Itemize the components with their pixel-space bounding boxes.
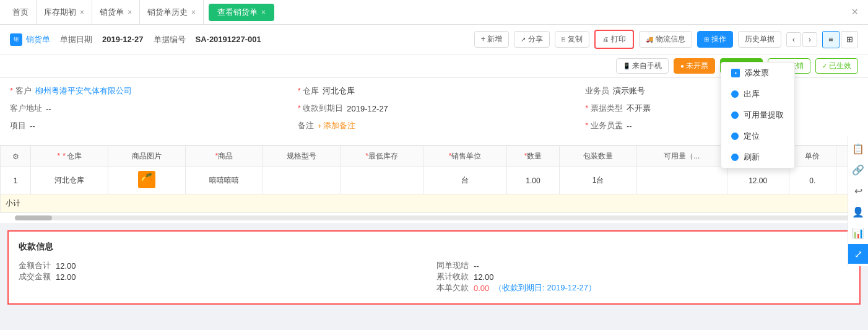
settings-icon[interactable]: ⚙ xyxy=(12,152,19,161)
window-close-button[interactable]: × xyxy=(846,6,863,19)
row-img xyxy=(108,167,186,194)
warehouse-label: 仓库 xyxy=(298,85,319,97)
outbound-icon xyxy=(731,90,739,98)
tab-sales-history[interactable]: 销货单历史 × xyxy=(140,0,204,25)
date-value: 2019-12-27 xyxy=(102,35,144,44)
copy-button[interactable]: ⎘ 复制 xyxy=(555,31,589,48)
doc-type-icon: 销 xyxy=(10,33,22,46)
add-invoice-icon: ▪ xyxy=(731,69,740,77)
navigation-arrows: ‹ › xyxy=(786,32,817,47)
col-warehouse: *仓库 xyxy=(31,146,108,167)
sidebar-link-icon[interactable]: 🔗 xyxy=(848,160,868,180)
col-available: 可用量（... xyxy=(637,146,727,167)
no-label: 单据编号 xyxy=(154,34,186,45)
date-label: 单据日期 xyxy=(60,34,92,45)
add-note-button[interactable]: 添加备注 xyxy=(318,120,356,131)
deal-value: 12.00 xyxy=(56,272,76,282)
sidebar-user-icon[interactable]: 👤 xyxy=(848,202,868,222)
next-button[interactable]: › xyxy=(802,32,817,47)
address-label: 客户地址 xyxy=(10,103,42,114)
payment-row-accumulated: 累计收款 12.00 xyxy=(436,271,849,282)
logistics-button[interactable]: 🚚 物流信息 xyxy=(639,31,692,48)
payment-title: 收款信息 xyxy=(19,241,849,253)
horizontal-scrollbar[interactable] xyxy=(15,215,853,220)
effect-status[interactable]: ✓ 已生效 xyxy=(815,58,858,74)
locate-label: 定位 xyxy=(744,131,760,142)
document-toolbar: + 新增 ↗ 分享 ⎘ 复制 🖨 打印 🚚 物流信息 ⊞ xyxy=(474,30,858,49)
accumulated-value: 12.00 xyxy=(474,272,494,282)
outbound-label: 出库 xyxy=(744,89,760,100)
address-field: 客户地址 -- xyxy=(10,103,283,114)
scroll-thumb[interactable] xyxy=(15,215,52,220)
customer-field: 客户 柳州粤港平安气体有限公司 xyxy=(10,85,283,97)
payment-container: 收款信息 金额合计 12.00 成交金额 12.00 xyxy=(0,223,868,312)
same-settle-label: 同单现结 xyxy=(436,260,469,271)
prev-button[interactable]: ‹ xyxy=(786,32,801,47)
row-product: 嘻嘻嘻嘻 xyxy=(185,167,263,194)
sidebar-return-icon[interactable]: ↩ xyxy=(848,181,868,201)
document-header: 销 销货单 单据日期 2019-12-27 单据编号 SA-20191227-0… xyxy=(0,25,868,54)
payment-section: 收款信息 金额合计 12.00 成交金额 12.00 xyxy=(7,230,861,305)
col-product: *商品 xyxy=(185,146,263,167)
right-sidebar: 📋 🔗 ↩ 👤 📊 ⤢ xyxy=(848,136,868,266)
table-row: 1 河北仓库 嘻嘻嘻嘻 台 1.00 1台 12.00 0. xyxy=(1,167,868,194)
document-meta: 单据日期 2019-12-27 单据编号 SA-20191227-001 xyxy=(60,34,261,45)
grid-view-button[interactable]: ⊞ xyxy=(841,31,858,48)
tab-bar: 首页 库存期初 × 销货单 × 销货单历史 × 查看销货单 × × xyxy=(0,0,868,25)
row-unit: 台 xyxy=(423,167,507,194)
new-button[interactable]: + 新增 xyxy=(474,31,509,48)
tab-view-sales[interactable]: 查看销货单 × xyxy=(209,4,274,21)
list-view-button[interactable]: ≡ xyxy=(822,31,840,48)
sidebar-chart-icon[interactable]: 📊 xyxy=(848,223,868,243)
payment-right: 同单现结 -- 累计收款 12.00 本单欠款 0.00 （收款到期日: 201… xyxy=(436,260,849,293)
col-spec: 规格型号 xyxy=(263,146,340,167)
total-label: 金额合计 xyxy=(19,260,51,271)
same-settle-value: -- xyxy=(474,261,479,271)
col-qty: *数量 xyxy=(506,146,559,167)
tab-home[interactable]: 首页 xyxy=(5,0,37,25)
row-no: 1 xyxy=(1,167,31,194)
payment-row-total: 金额合计 12.00 xyxy=(19,260,432,271)
col-unit: *销售单位 xyxy=(423,146,507,167)
operate-dropdown: ▪ 添发票 出库 可用量提取 定位 刷新 xyxy=(721,62,795,168)
sales-value: -- xyxy=(627,121,632,131)
add-invoice-label: 添发票 xyxy=(745,67,769,79)
note-field: 备注 添加备注 xyxy=(298,120,571,131)
from-phone-button[interactable]: 📱 来自手机 xyxy=(616,58,669,74)
dropdown-available-qty[interactable]: 可用量提取 xyxy=(721,105,794,126)
due-date-value: 2019-12-27 xyxy=(347,104,388,113)
tab-inventory-close[interactable]: × xyxy=(80,8,84,17)
refresh-label: 刷新 xyxy=(744,152,760,163)
document-title: 销 销货单 xyxy=(10,33,50,46)
warehouse-field: 仓库 河北仓库 xyxy=(298,85,571,97)
subtotal-label: 小计 xyxy=(1,194,868,213)
dropdown-refresh[interactable]: 刷新 xyxy=(721,147,794,168)
tab-sales[interactable]: 销货单 × xyxy=(92,0,140,25)
warehouse-value: 河北仓库 xyxy=(323,85,355,97)
owed-value: 0.00 xyxy=(474,284,489,293)
refresh-icon xyxy=(731,154,739,161)
tab-sales-history-close[interactable]: × xyxy=(191,8,196,17)
payment-left: 金额合计 12.00 成交金额 12.00 xyxy=(19,260,432,293)
sidebar-expand-icon[interactable]: ⤢ xyxy=(848,244,868,264)
due-date-field: 收款到期日 2019-12-27 xyxy=(298,103,571,114)
locate-icon xyxy=(731,132,739,140)
tab-sales-close[interactable]: × xyxy=(128,8,132,17)
dropdown-outbound[interactable]: 出库 xyxy=(721,84,794,105)
sidebar-clipboard-icon[interactable]: 📋 xyxy=(848,139,868,158)
dropdown-locate[interactable]: 定位 xyxy=(721,126,794,147)
print-button[interactable]: 🖨 打印 xyxy=(596,32,632,47)
no-value: SA-20191227-001 xyxy=(196,35,261,44)
share-button[interactable]: ↗ 分享 xyxy=(514,31,550,48)
history-button[interactable]: 历史单据 xyxy=(738,31,781,48)
deal-label: 成交金额 xyxy=(19,271,51,282)
sales-label: 业务员盂 xyxy=(585,120,623,131)
dropdown-add-invoice[interactable]: ▪ 添发票 xyxy=(721,63,794,84)
customer-value[interactable]: 柳州粤港平安气体有限公司 xyxy=(35,85,132,97)
not-open-button[interactable]: ● 未开票 xyxy=(674,58,715,74)
address-value: -- xyxy=(46,104,51,113)
tab-view-sales-close[interactable]: × xyxy=(261,8,266,17)
operate-button[interactable]: ⊞ 操作 xyxy=(697,31,733,48)
tab-inventory[interactable]: 库存期初 × xyxy=(37,0,92,25)
row-qty: 1.00 xyxy=(506,167,559,194)
